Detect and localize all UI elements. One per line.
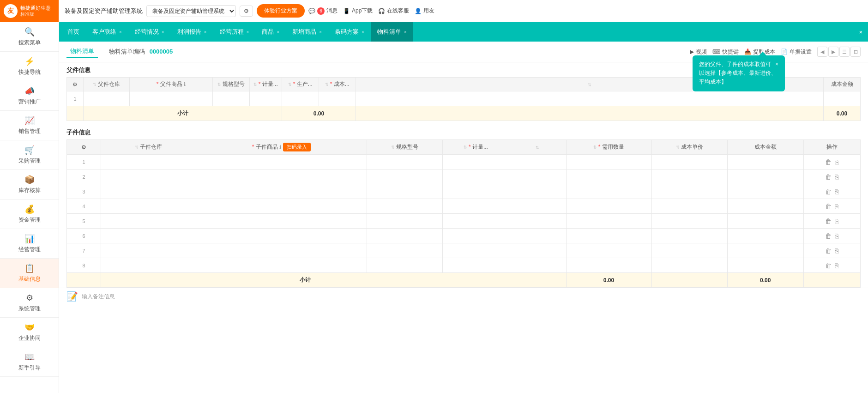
nav-tab-new-goods[interactable]: 新增商品 × — [286, 22, 328, 42]
sidebar-item-purchase[interactable]: 🛒 采购管理 — [0, 140, 59, 170]
tab-close-icon[interactable]: × — [119, 30, 122, 35]
child-row-extra[interactable] — [509, 229, 566, 243]
nav-tab-bom[interactable]: 物料清单 × — [371, 22, 413, 42]
copy-row-btn[interactable]: ⎘ — [834, 262, 839, 269]
child-row-warehouse[interactable] — [101, 214, 196, 229]
delete-row-btn[interactable]: 🗑 — [824, 232, 832, 240]
parent-row-cost[interactable] — [319, 91, 356, 106]
child-row-unit[interactable] — [443, 184, 509, 199]
tab-close-icon[interactable]: × — [247, 30, 249, 35]
parent-row-product[interactable] — [130, 91, 213, 106]
nav-tab-home[interactable]: 首页 — [61, 22, 86, 42]
child-row-spec[interactable] — [367, 184, 442, 199]
online-service-btn[interactable]: 🎧 在线客服 — [378, 7, 409, 15]
child-row-warehouse[interactable] — [101, 258, 196, 273]
child-row-product[interactable] — [196, 258, 367, 273]
child-row-product[interactable] — [196, 155, 367, 169]
child-row-product[interactable] — [196, 169, 367, 184]
sidebar-item-enterprise[interactable]: 🤝 企业协同 — [0, 318, 59, 347]
child-row-warehouse[interactable] — [101, 184, 196, 199]
tooltip-close-btn[interactable]: × — [775, 60, 778, 69]
child-row-unit-price[interactable] — [651, 229, 727, 243]
delete-row-btn[interactable]: 🗑 — [824, 262, 832, 269]
child-row-unit-price[interactable] — [651, 258, 727, 273]
note-hint[interactable]: 输入备注信息 — [82, 293, 115, 301]
copy-row-btn[interactable]: ⎘ — [834, 173, 839, 181]
child-row-unit[interactable] — [443, 199, 509, 214]
copy-row-btn[interactable]: ⎘ — [834, 188, 839, 195]
child-row-spec[interactable] — [367, 155, 442, 169]
child-row-spec[interactable] — [367, 258, 442, 273]
parent-row-spec[interactable] — [213, 91, 250, 106]
copy-row-btn[interactable]: ⎘ — [834, 158, 839, 166]
tab-close-icon[interactable]: × — [204, 30, 207, 35]
parent-row-warehouse[interactable] — [84, 91, 130, 106]
child-row-unit-price[interactable] — [651, 184, 727, 199]
copy-row-btn[interactable]: ⎘ — [834, 247, 839, 254]
child-row-product[interactable] — [196, 199, 367, 214]
child-row-unit-price[interactable] — [651, 199, 727, 214]
sidebar-item-search[interactable]: 🔍 搜索菜单 — [0, 22, 59, 52]
scan-btn[interactable]: 扫码录入 — [283, 143, 311, 151]
sidebar-item-finance[interactable]: 💰 资金管理 — [0, 200, 59, 229]
shortcut-btn[interactable]: ⌨ 快捷键 — [712, 48, 739, 56]
child-row-unit-price[interactable] — [651, 243, 727, 258]
child-row-unit[interactable] — [443, 243, 509, 258]
child-row-spec[interactable] — [367, 199, 442, 214]
message-btn[interactable]: 💬 6 消息 — [308, 7, 338, 15]
delete-row-btn[interactable]: 🗑 — [824, 188, 832, 195]
nav-next-btn[interactable]: ▶ — [828, 47, 838, 57]
child-row-product[interactable] — [196, 243, 367, 258]
child-row-product[interactable] — [196, 184, 367, 199]
child-row-spec[interactable] — [367, 229, 442, 243]
child-row-product[interactable] — [196, 229, 367, 243]
view-btn[interactable]: ▶ 视频 — [690, 48, 707, 56]
parent-row-unit[interactable] — [250, 91, 282, 106]
child-row-extra[interactable] — [509, 199, 566, 214]
child-row-warehouse[interactable] — [101, 155, 196, 169]
child-row-extra[interactable] — [509, 169, 566, 184]
nav-expand-btn[interactable]: ⊡ — [850, 47, 861, 57]
nav-tab-goods[interactable]: 商品 × — [255, 22, 286, 42]
nav-tab-history[interactable]: 经营历程 × — [213, 22, 256, 42]
child-row-extra[interactable] — [509, 258, 566, 273]
child-col-settings[interactable]: ⚙ — [67, 140, 101, 155]
system-selector[interactable]: 装备及固定资产辅助管理系统 — [146, 5, 236, 17]
child-row-unit[interactable] — [443, 229, 509, 243]
child-row-qty[interactable] — [566, 214, 651, 229]
child-row-unit-price[interactable] — [651, 214, 727, 229]
child-row-unit-price[interactable] — [651, 155, 727, 169]
settings-btn[interactable]: ⚙ — [240, 6, 253, 17]
child-row-qty[interactable] — [566, 184, 651, 199]
child-row-qty[interactable] — [566, 243, 651, 258]
child-row-warehouse[interactable] — [101, 169, 196, 184]
child-row-qty[interactable] — [566, 155, 651, 169]
child-row-spec[interactable] — [367, 169, 442, 184]
child-row-unit-price[interactable] — [651, 169, 727, 184]
sidebar-item-quicknav[interactable]: ⚡ 快捷导航 — [0, 52, 59, 81]
sidebar-item-basic-info[interactable]: 📋 基础信息 — [0, 259, 59, 288]
child-row-warehouse[interactable] — [101, 229, 196, 243]
parent-row-extra[interactable] — [356, 91, 824, 106]
child-row-qty[interactable] — [566, 199, 651, 214]
child-row-extra[interactable] — [509, 155, 566, 169]
child-row-spec[interactable] — [367, 214, 442, 229]
delete-row-btn[interactable]: 🗑 — [824, 218, 832, 225]
page-tab-bom[interactable]: 物料清单 — [66, 45, 98, 58]
sidebar-item-system[interactable]: ⚙ 系统管理 — [0, 288, 59, 318]
tab-close-icon[interactable]: × — [319, 30, 322, 35]
child-row-warehouse[interactable] — [101, 199, 196, 214]
child-row-qty[interactable] — [566, 169, 651, 184]
experience-btn[interactable]: 体验行业方案 — [257, 4, 305, 18]
parent-col-settings[interactable]: ⚙ — [67, 78, 84, 91]
delete-row-btn[interactable]: 🗑 — [824, 247, 832, 254]
nav-tab-barcode[interactable]: 条码方案 × — [328, 22, 371, 42]
parent-row-prod[interactable] — [282, 91, 319, 106]
nav-tab-operations[interactable]: 经营情况 × — [128, 22, 171, 42]
child-row-extra[interactable] — [509, 184, 566, 199]
sidebar-item-inventory[interactable]: 📦 库存核算 — [0, 170, 59, 200]
tab-close-icon[interactable]: × — [162, 30, 164, 35]
single-settings-btn[interactable]: 📄 单据设置 — [781, 48, 812, 56]
child-row-extra[interactable] — [509, 243, 566, 258]
copy-row-btn[interactable]: ⎘ — [834, 218, 839, 225]
